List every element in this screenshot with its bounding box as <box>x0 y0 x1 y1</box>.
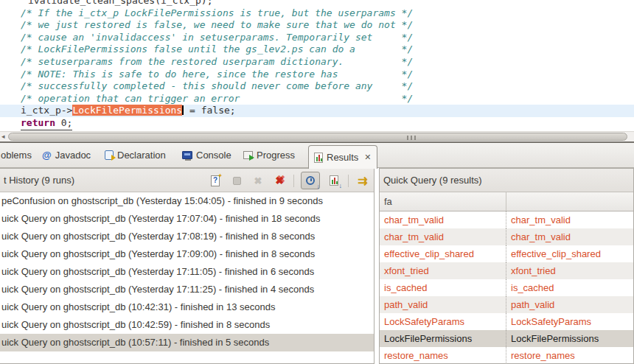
result-row-selected[interactable]: LockFilePermissionsLockFilePermissions <box>380 330 633 347</box>
column-header-blank[interactable] <box>506 192 633 211</box>
occurrence-highlight: LockFilePermissions <box>72 105 182 116</box>
column-header-fa[interactable]: fa <box>380 192 506 211</box>
code-comment-line: /* we just restored is false, we need to… <box>0 19 634 32</box>
pin-view-icon: ⇉ <box>358 174 367 188</box>
clock-icon <box>306 176 315 185</box>
history-item-selected[interactable]: uick Query on ghostscript_db (10:57:11) … <box>0 334 374 351</box>
code-comment-line: /* cause an 'invalidaccess' in setuserpa… <box>0 32 634 44</box>
code-comment-line: /* setuserparams from the restored userp… <box>0 56 634 69</box>
remove-all-button[interactable]: ✖ <box>272 173 287 188</box>
view-tab-bar: oblems @ Javadoc Declaration Console Pro… <box>0 143 634 168</box>
code-text-prefix: i_ctx_p-> <box>21 105 72 116</box>
console-icon <box>182 151 192 159</box>
declaration-icon <box>105 150 114 160</box>
horizontal-scrollbar[interactable]: ◂ <box>0 131 634 141</box>
close-icon[interactable]: ✕ <box>364 153 371 162</box>
scrollbar-grip-icon <box>407 136 416 140</box>
history-panel: t History (9 runs) ?✦ ✖ ✖ ↓ <box>0 168 375 364</box>
history-item[interactable]: uick Query on ghostscript_db (Yesterday … <box>0 245 374 263</box>
javadoc-icon: @ <box>42 150 52 161</box>
code-line: return 0; <box>0 117 634 130</box>
result-row[interactable]: effective_clip_sharedeffective_clip_shar… <box>380 245 633 262</box>
chart-icon <box>330 175 338 186</box>
new-query-icon: ?✦ <box>211 175 220 186</box>
scroll-left-icon[interactable]: ◂ <box>1 133 5 140</box>
code-editor[interactable]: ivalidate_clean_spaces(i_ctx_p); /* If t… <box>0 0 634 131</box>
quick-query-panel-title: Quick Query (9 results) <box>383 175 482 186</box>
tab-declaration-label: Declaration <box>117 150 166 161</box>
code-comment-line: /* If the i_ctx_p LockFilePermissions is… <box>0 7 634 20</box>
tab-problems-label: oblems <box>1 150 32 161</box>
results-table-header: fa <box>380 192 633 211</box>
eclipse-workbench: ivalidate_clean_spaces(i_ctx_p); /* If t… <box>0 0 634 364</box>
code-comment-line: /* NOTE: This is safe to do here, since … <box>0 69 634 81</box>
tab-problems[interactable]: oblems <box>1 143 32 167</box>
history-item[interactable]: uick Query on ghostscript_db (Yesterday … <box>0 263 374 281</box>
code-text: ivalidate_clean_spaces(i_ctx_p); /* If t… <box>0 0 634 130</box>
remove-button[interactable]: ✖ <box>251 173 265 188</box>
stop-icon <box>233 177 241 185</box>
code-comment-line: /* operation that can trigger an error *… <box>0 93 634 105</box>
result-row[interactable]: xfont_triedxfont_tried <box>380 262 633 279</box>
history-list: peConfusion on ghostscript_db (Yesterday… <box>0 192 374 351</box>
quick-query-panel-header[interactable]: Quick Query (9 results) <box>380 169 633 192</box>
history-panel-title: t History (9 runs) <box>4 175 74 186</box>
pin-view-button[interactable]: ⇉ <box>355 173 370 188</box>
sort-by-time-button[interactable]: ↓ <box>301 172 320 189</box>
result-row[interactable]: char_tm_validchar_tm_valid <box>380 211 633 228</box>
result-row[interactable]: restore_namesrestore_names <box>380 347 633 364</box>
stop-button[interactable] <box>229 173 244 188</box>
code-comment-line: /* LockFilePermissions false until the g… <box>0 43 634 56</box>
tab-console[interactable]: Console <box>182 143 231 167</box>
history-item[interactable]: uick Query on ghostscript_db (Yesterday … <box>0 210 374 228</box>
remove-icon: ✖ <box>254 175 262 186</box>
tab-results[interactable]: Results ✕ <box>308 145 377 169</box>
return-keyword: return <box>21 117 55 128</box>
sort-by-results-button[interactable]: ↓ <box>327 173 341 188</box>
result-row[interactable]: LockSafetyParamsLockSafetyParams <box>380 313 633 330</box>
remove-all-icon: ✖ <box>275 175 284 186</box>
results-table: char_tm_validchar_tm_valid char_tm_valid… <box>380 211 633 364</box>
history-toolbar: ?✦ ✖ ✖ ↓ ↓ <box>208 169 370 192</box>
tab-console-label: Console <box>196 150 231 161</box>
history-panel-header[interactable]: t History (9 runs) ?✦ ✖ ✖ ↓ <box>0 169 374 192</box>
tab-results-label: Results <box>327 152 358 163</box>
code-text-suffix: = false; <box>184 105 235 116</box>
tab-javadoc[interactable]: @ Javadoc <box>42 143 91 167</box>
history-item[interactable]: uick Query on ghostscript_db (10:42:59) … <box>0 316 374 334</box>
results-tab-icon <box>314 153 323 163</box>
new-query-button[interactable]: ?✦ <box>208 173 223 188</box>
scrollbar-thumb[interactable] <box>8 133 627 141</box>
progress-icon <box>243 151 253 159</box>
return-rest: 0; <box>55 117 72 128</box>
result-row[interactable]: path_validpath_valid <box>380 296 633 313</box>
down-arrow-icon: ↓ <box>339 183 343 189</box>
tab-progress[interactable]: Progress <box>243 143 295 167</box>
tab-javadoc-label: Javadoc <box>55 150 91 161</box>
history-item[interactable]: peConfusion on ghostscript_db (Yesterday… <box>0 192 374 210</box>
history-item[interactable]: uick Query on ghostscript_db (Yesterday … <box>0 281 374 298</box>
toolbar-separator <box>293 175 294 187</box>
toolbar-separator <box>348 175 349 187</box>
down-arrow-icon: ↓ <box>317 183 321 190</box>
quick-query-panel: Quick Query (9 results) fa char_tm_valid… <box>379 168 634 364</box>
history-item[interactable]: uick Query on ghostscript_db (10:42:31) … <box>0 298 374 316</box>
code-line: ivalidate_clean_spaces(i_ctx_p); <box>0 0 634 7</box>
result-row[interactable]: is_cachedis_cached <box>380 279 633 296</box>
current-code-line: i_ctx_p->LockFilePermissions = false; <box>0 105 634 117</box>
tab-progress-label: Progress <box>257 150 295 161</box>
history-item[interactable]: uick Query on ghostscript_db (Yesterday … <box>0 228 374 245</box>
result-row[interactable]: char_tm_validchar_tm_valid <box>380 228 633 245</box>
tab-declaration[interactable]: Declaration <box>105 143 166 167</box>
code-comment-line: /* successfully completed - this should … <box>0 80 634 93</box>
